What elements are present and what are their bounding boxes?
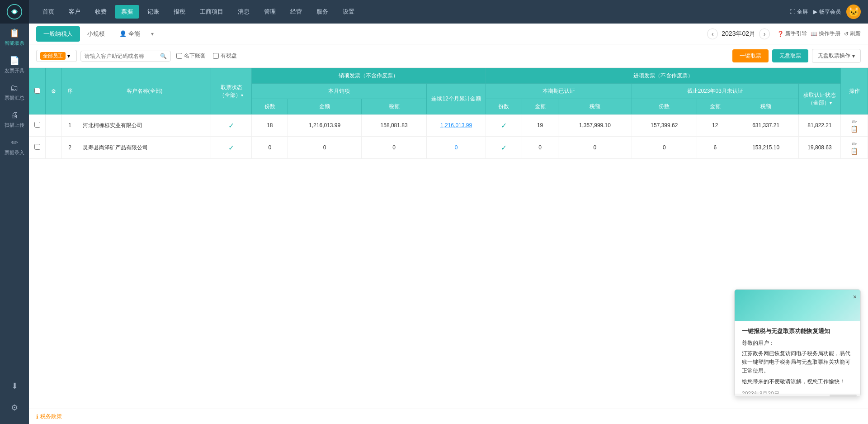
manual-icon: 📖 [811,31,817,37]
search-input[interactable] [85,53,158,59]
employee-tag: 全部员工 [40,52,66,60]
row-actions: ✏ 📋 [841,137,868,159]
toolbar-right: 一键取票 无盘取票 无盘取票操作 ▾ [732,49,861,63]
copy-icon[interactable]: 📋 [850,148,858,155]
tab-all[interactable]: 👤 全能 [112,26,147,42]
notif-apology: 给您带来的不便敬请谅解，祝您工作愉快！ [742,377,853,386]
one-click-btn[interactable]: 一键取票 [732,49,769,62]
fullscreen-btn[interactable]: ⛶ 全屏 [790,8,808,16]
row-cumulative[interactable]: 0 [427,137,486,159]
sidebar-download-btn[interactable]: ⬇ [5,377,24,395]
row-certified-tax: 157,399.62 [632,114,697,137]
nav-management[interactable]: 管理 [258,5,282,19]
nav-message[interactable]: 消息 [231,5,256,19]
sidebar-item-smart-fetch[interactable]: 📋 智能取票 [0,24,29,51]
no-disk-ops-btn[interactable]: 无盘取票操作 ▾ [812,49,861,63]
notif-header: × [735,290,860,321]
employee-select[interactable]: 全部员工 ▾ [36,50,77,62]
table-row: 1 河北柯橡栎实业有限公司 ✓ 18 1,216,013.99 158,081.… [29,114,868,137]
row-checkbox[interactable] [29,114,46,137]
row-verify-status: ✓ [486,137,522,159]
nav-settings[interactable]: 设置 [336,5,361,19]
member-btn[interactable]: ▶ 畅享会员 [813,8,841,16]
scan-upload-icon: 🖨 [10,110,19,120]
nav-accounting[interactable]: 记账 [141,5,165,19]
row-fetch-status: ✓ [211,137,252,159]
offline-checkbox[interactable] [176,53,182,59]
row-fetch-status: ✓ [211,114,252,137]
copy-icon[interactable]: 📋 [850,125,858,133]
refresh-btn[interactable]: ↺ 刷新 [844,30,861,38]
main-table: ⚙ 序 客户名称(全部) 取票状态（全部）▾ 销项发票（不含作废票） 进项发票（… [29,68,868,159]
nav-operation[interactable]: 经营 [284,5,308,19]
th-cumulative: 连续12个月累计金额 [427,84,486,114]
tab-general[interactable]: 一般纳税人 [36,26,80,42]
nav-home[interactable]: 首页 [36,5,61,19]
row-certified-count: 0 [522,137,558,159]
row-certified-tax: 0 [632,137,697,159]
nav-business[interactable]: 工商项目 [193,5,230,19]
th-fetch-status: 取票状态（全部）▾ [211,68,252,114]
sidebar-item-scan-upload-label: 扫描上传 [5,122,24,129]
sidebar-item-scan-upload[interactable]: 🖨 扫描上传 [0,106,29,133]
nav-billing[interactable]: 收费 [89,5,113,19]
notif-close-btn[interactable]: × [853,293,857,300]
select-all-checkbox[interactable] [34,88,40,94]
manual-btn[interactable]: 📖 操作手册 [811,30,840,38]
row-settings [46,114,62,137]
th-action: 操作 [841,68,868,114]
th-uncertified-amount: 金额 [697,99,733,114]
search-box: 🔍 [80,51,171,62]
th-uncertified-count: 份数 [632,99,697,114]
tax-checkbox[interactable] [213,53,219,59]
row-customer-name: 灵寿县尚泽矿产品有限公司 [78,137,211,159]
logo[interactable] [0,0,29,24]
sub-tab-actions: ❓ 新手引导 📖 操作手册 ↺ 刷新 [777,30,861,38]
tab-more[interactable]: ▾ [147,29,157,39]
th-uncertified-tax: 税额 [733,99,799,114]
tab-small[interactable]: 小规模 [80,26,112,42]
row-checkbox[interactable] [29,137,46,159]
edit-icon[interactable]: ✏ [852,118,857,125]
checkbox-tax[interactable]: 有税盘 [213,52,237,60]
new-guide-btn[interactable]: ❓ 新手引导 [777,30,807,38]
th-customer-name: 客户名称(全部) [78,68,211,114]
notif-date: 2023年3月20日 [742,390,853,394]
tax-policy-link[interactable]: ℹ 税务政策 [36,413,62,420]
avatar-img: 🐱 [848,6,859,17]
nav-service[interactable]: 服务 [310,5,335,19]
issue-invoice-icon: 📄 [9,56,19,66]
notif-greeting: 尊敬的用户： [742,339,853,348]
nav-items: 首页 客户 收费 票据 记账 报税 工商项目 消息 管理 经营 服务 设置 [36,5,790,19]
sidebar-settings-btn[interactable]: ⚙ [5,399,24,417]
row-sales-amount: 0 [288,137,361,159]
sidebar-item-issue-invoice[interactable]: 📄 发票开具 [0,51,29,79]
row-settings [46,137,62,159]
avatar[interactable]: 🐱 [846,5,861,19]
notif-body: 一键报税与无盘取票功能恢复通知 尊敬的用户： 江苏政务网已恢复访问电子税务局功能… [735,321,860,394]
row-uncertified-count: 6 [697,137,733,159]
all-tab-icon: 👤 [119,30,127,37]
search-icon[interactable]: 🔍 [160,53,167,59]
tax-policy-icon: ℹ [36,414,38,420]
edit-icon[interactable]: ✏ [852,140,857,148]
sidebar-item-data-entry[interactable]: ✏ 票据录入 [0,133,29,161]
row-actions: ✏ 📋 [841,114,868,137]
row-sales-count: 0 [252,137,288,159]
notif-title: 一键报税与无盘取票功能恢复通知 [742,327,853,336]
no-disk-btn[interactable]: 无盘取票 [772,49,808,62]
prev-date-btn[interactable]: ‹ [707,29,718,39]
data-entry-icon: ✏ [11,138,18,148]
th-sales-count: 份数 [252,99,288,114]
new-guide-icon: ❓ [777,31,784,37]
nav-invoice[interactable]: 票据 [115,5,139,19]
row-cumulative[interactable]: 1,216,013.99 [427,114,486,137]
checkbox-offline[interactable]: 名下账套 [176,52,206,60]
row-uncertified-amount: 631,337.21 [733,114,799,137]
sidebar-item-invoice-summary[interactable]: 🗂 票据汇总 [0,79,29,106]
nav-tax[interactable]: 报税 [167,5,192,19]
row-certified-count: 19 [522,114,558,137]
next-date-btn[interactable]: › [759,29,770,39]
nav-customer[interactable]: 客户 [62,5,87,19]
th-sales-tax: 税额 [361,99,427,114]
